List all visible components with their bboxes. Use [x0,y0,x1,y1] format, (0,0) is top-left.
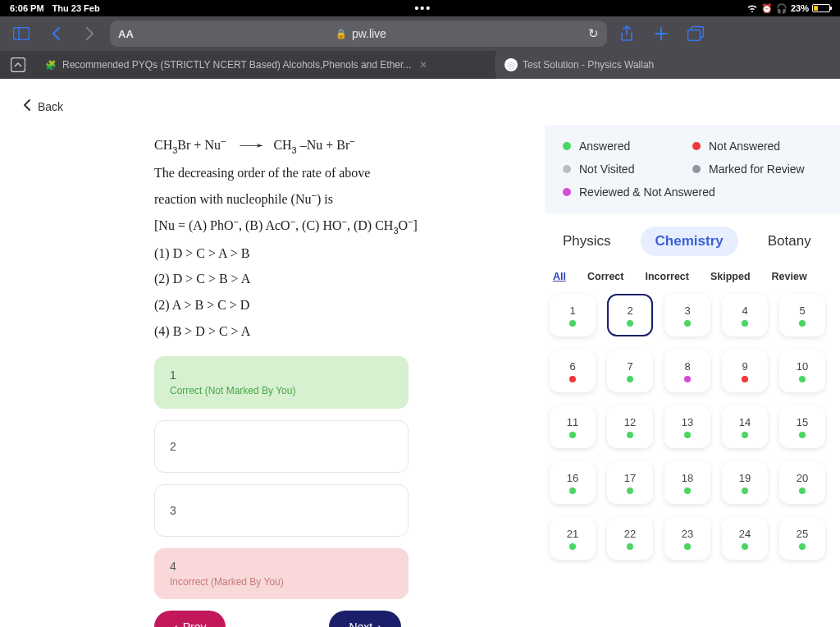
question-cell-1[interactable]: 1 [550,294,596,336]
qcell-number: 23 [682,528,693,540]
filter-correct[interactable]: Correct [587,271,623,282]
answer-card-1[interactable]: 1Correct (Not Marked By You) [154,356,409,409]
question-cell-5[interactable]: 5 [779,294,825,336]
question-cell-11[interactable]: 11 [550,405,596,448]
question-cell-9[interactable]: 9 [722,350,768,392]
question-cell-21[interactable]: 21 [550,517,596,560]
reload-icon[interactable]: ↻ [588,26,599,41]
question-cell-8[interactable]: 8 [664,350,710,392]
option-3: (2) A > B > C > D [154,295,491,316]
sidebar-toggle-icon[interactable] [7,21,36,46]
question-cell-16[interactable]: 16 [550,461,596,504]
subject-tab-chemistry[interactable]: Chemistry [641,227,738,256]
question-cell-4[interactable]: 4 [722,294,768,336]
chevron-left-icon: ‹ [174,620,178,627]
battery-pct: 23% [791,3,809,13]
question-cell-6[interactable]: 6 [550,350,596,392]
qcell-number: 19 [739,472,751,484]
status-dot-icon [684,320,691,327]
subject-tab-botany[interactable]: Botany [753,227,826,256]
status-dots: ••• [414,2,431,15]
prev-button[interactable]: ‹ Prev [154,611,226,627]
answer-card-3[interactable]: 3 [154,484,409,537]
status-dot-icon [742,487,748,494]
qcell-number: 6 [569,360,575,373]
status-dot-icon [569,487,576,494]
browser-tab-0[interactable]: 🧩 Recommended PYQs (STRICTLY NCERT Based… [36,51,495,79]
next-button[interactable]: Next › [329,611,400,627]
qcell-number: 24 [739,528,751,540]
question-cell-14[interactable]: 14 [722,405,768,448]
question-cell-7[interactable]: 7 [607,350,653,392]
qcell-number: 3 [684,304,690,317]
browser-tab-1[interactable]: ◎ Test Solution - Physics Wallah [496,51,840,79]
url-bar[interactable]: AA 🔒 pw.live ↻ [110,21,607,47]
legend-label: Reviewed & Not Answered [579,185,715,199]
option-4: (4) B > D > C > A [154,321,491,342]
keyboard-caps-icon[interactable] [0,57,36,72]
legend-answered: Answered [563,140,692,153]
qcell-number: 10 [797,360,808,373]
filter-review[interactable]: Review [772,271,807,282]
answer-num: 2 [170,440,393,453]
status-dot-icon [799,376,806,382]
question-cell-2[interactable]: 2 [607,294,653,336]
question-cell-19[interactable]: 19 [722,461,768,504]
back-button[interactable]: Back [23,98,63,115]
question-cell-15[interactable]: 15 [779,405,825,448]
qcell-number: 14 [739,416,751,428]
legend-label: Answered [579,140,630,153]
subject-tab-physics[interactable]: Physics [548,227,626,256]
lock-icon: 🔒 [336,29,347,39]
question-cell-13[interactable]: 13 [664,405,710,448]
question-cell-10[interactable]: 10 [779,350,825,392]
question-cell-22[interactable]: 22 [607,517,653,560]
question-cell-17[interactable]: 17 [607,461,653,504]
status-dot-icon [684,543,691,550]
question-cell-23[interactable]: 23 [664,517,710,560]
nav-back-icon[interactable] [41,21,71,46]
filter-skipped[interactable]: Skipped [710,271,751,282]
qcell-number: 1 [569,304,575,317]
headphone-icon: 🎧 [776,3,788,14]
alarm-icon: ⏰ [761,3,773,14]
status-dot-icon [742,376,748,382]
answer-card-4[interactable]: 4Incorrect (Marked By You) [154,548,409,599]
question-cell-25[interactable]: 25 [779,517,825,560]
question-cell-24[interactable]: 24 [722,517,768,560]
tab0-label: Recommended PYQs (STRICTLY NCERT Based) … [62,59,411,71]
qcell-number: 4 [742,304,747,317]
qcell-number: 5 [799,304,805,317]
tab0-close-icon[interactable]: ✕ [419,59,427,71]
dot-icon [563,142,571,150]
status-dot-icon [684,432,691,438]
question-block: CH3Br + Nu− → CH3 –Nu + Br− The decreasi… [154,135,491,627]
question-cell-20[interactable]: 20 [779,461,825,504]
question-grid: 1234567891011121314151617181920212223242… [545,294,840,560]
status-dot-icon [684,376,691,382]
status-dot-icon [742,543,748,550]
reaction-line: CH3Br + Nu− → CH3 –Nu + Br− [154,135,491,158]
legend-label: Not Answered [709,140,780,153]
svg-rect-4 [11,58,25,72]
question-cell-3[interactable]: 3 [664,294,710,336]
qcell-number: 13 [682,416,693,428]
reader-aa[interactable]: AA [118,28,134,40]
question-cell-12[interactable]: 12 [607,405,653,448]
answer-card-2[interactable]: 2 [154,420,409,473]
share-icon[interactable] [612,21,641,46]
filter-all[interactable]: All [553,271,566,282]
status-dot-icon [684,487,691,494]
option-2: (2) D > C > B > A [154,268,491,290]
filter-incorrect[interactable]: Incorrect [645,271,689,282]
subject-tabs: PhysicsChemistryBotanyZoo [545,213,840,264]
tabs-overview-icon[interactable] [681,21,710,46]
status-dot-icon [799,432,806,438]
status-dot-icon [569,432,576,438]
status-dot-icon [569,320,576,327]
qcell-number: 15 [797,416,808,428]
legend-not-visited: Not Visited [563,162,692,176]
new-tab-icon[interactable] [646,21,676,46]
question-cell-18[interactable]: 18 [664,461,710,504]
answer-num: 3 [170,504,393,517]
